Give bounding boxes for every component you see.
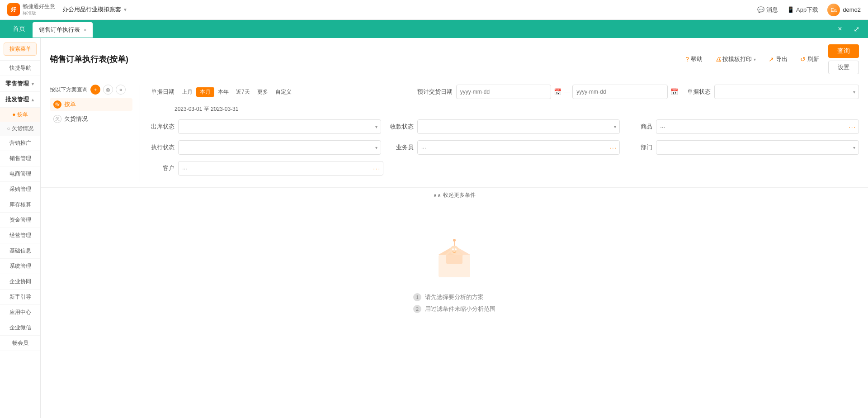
sidebar-item-corpwechat[interactable]: 企业微信 bbox=[0, 320, 40, 336]
sidebar-item-member[interactable]: 畅会员 bbox=[0, 336, 40, 351]
export-button[interactable]: ↗ 导出 bbox=[765, 53, 791, 65]
customer-dots[interactable]: ··· bbox=[373, 165, 381, 172]
sidebar-item-finance[interactable]: 资金管理 bbox=[0, 213, 40, 228]
collapse-arrow-icon: ∧∧ bbox=[433, 192, 441, 199]
logo-text-area: 畅捷通好生意 标准版 bbox=[23, 3, 55, 16]
refresh-label: 刷新 bbox=[807, 55, 819, 63]
help-icon: ? bbox=[685, 56, 689, 63]
workspace-selector[interactable]: 办公用品行业模拟账套 ▼ bbox=[59, 4, 131, 15]
sidebar-item-ecommerce[interactable]: 电商管理 bbox=[0, 166, 40, 182]
user-profile[interactable]: Ea demo2 bbox=[827, 4, 861, 16]
sidebar-item-operations[interactable]: 经营管理 bbox=[0, 228, 40, 243]
window-close-button[interactable]: × bbox=[834, 23, 846, 35]
query-buttons: 查询 设置 bbox=[828, 44, 859, 74]
print-dropdown-arrow[interactable]: ▾ bbox=[754, 57, 756, 62]
window-maximize-button[interactable]: ⤢ bbox=[850, 23, 863, 35]
collapse-scheme-button[interactable]: « bbox=[116, 85, 126, 95]
wholesale-arrow: ▲ bbox=[31, 97, 35, 102]
copy-scheme-button[interactable]: ◎ bbox=[103, 85, 113, 95]
ship-status-select[interactable] bbox=[178, 119, 381, 134]
payment-status-select[interactable] bbox=[417, 119, 620, 134]
main-layout: 搜索菜单 快捷导航 零售管理 ▼ 批发管理 ▲ ● 按单 ○ 欠货情况 bbox=[0, 38, 868, 418]
sidebar-item-appstore[interactable]: 应用中心 bbox=[0, 305, 40, 320]
expected-delivery-end[interactable] bbox=[572, 85, 667, 99]
scheme-inactive-icon: 欠 bbox=[53, 115, 61, 123]
export-label: 导出 bbox=[776, 55, 788, 63]
help-label: 帮助 bbox=[691, 55, 703, 63]
product-dots[interactable]: ··· bbox=[849, 124, 856, 130]
sidebar-item-basic[interactable]: 基础信息 bbox=[0, 243, 40, 259]
date-tab-custom[interactable]: 自定义 bbox=[272, 87, 295, 97]
empty-tip-2: 2 用过滤条件来缩小分析范围 bbox=[413, 305, 495, 313]
sidebar: 搜索菜单 快捷导航 零售管理 ▼ 批发管理 ▲ ● 按单 ○ 欠货情况 bbox=[0, 38, 41, 418]
tab-bar: 首页 销售订单执行表 × × ⤢ bbox=[0, 20, 868, 38]
salesperson-dots[interactable]: ··· bbox=[610, 144, 618, 151]
tab-bar-actions: × ⤢ bbox=[834, 23, 863, 35]
wholesale-sub-items: ● 按单 ○ 欠货情况 bbox=[0, 108, 40, 136]
scheme-active-icon: 按 bbox=[53, 100, 61, 109]
tab-active[interactable]: 销售订单执行表 × bbox=[33, 22, 93, 38]
sidebar-item-inventory[interactable]: 库存核算 bbox=[0, 197, 40, 213]
order-status-select[interactable] bbox=[714, 85, 859, 99]
empty-illustration bbox=[427, 230, 481, 284]
department-label: 部门 bbox=[627, 143, 652, 152]
filter-row-1: 单据日期 上月 本月 本年 近7天 更多 自定义 bbox=[149, 85, 859, 99]
department-select[interactable] bbox=[656, 140, 859, 155]
sidebar-sub-item-press[interactable]: ● 按单 bbox=[0, 108, 40, 122]
ship-status-label: 出库状态 bbox=[149, 123, 175, 131]
settings-button[interactable]: 设置 bbox=[828, 61, 859, 74]
sidebar-item-purchase[interactable]: 采购管理 bbox=[0, 182, 40, 197]
product-input[interactable] bbox=[656, 119, 859, 134]
svg-point-6 bbox=[455, 248, 457, 250]
exec-status-wrap: ▾ bbox=[178, 140, 381, 155]
salesperson-label: 业务员 bbox=[388, 143, 414, 152]
refresh-button[interactable]: ↺ 刷新 bbox=[797, 53, 823, 65]
add-scheme-button[interactable]: + bbox=[90, 85, 100, 95]
sidebar-item-enterprise[interactable]: 企业协同 bbox=[0, 274, 40, 290]
app-download-button[interactable]: 📱 App下载 bbox=[787, 6, 818, 14]
filter-panel: 按以下方案查询 + ◎ « 按 按单 欠 欠货情况 bbox=[41, 79, 868, 187]
collapse-bar[interactable]: ∧∧ 收起更多条件 bbox=[41, 187, 868, 203]
tab-home[interactable]: 首页 bbox=[5, 20, 33, 38]
app-logo-icon: 好 bbox=[7, 3, 20, 16]
date-tab-more[interactable]: 更多 bbox=[254, 87, 272, 97]
scheme-item-press[interactable]: 按 按单 bbox=[50, 98, 132, 111]
search-menu-button[interactable]: 搜索菜单 bbox=[4, 43, 37, 56]
message-button[interactable]: 💬 消息 bbox=[757, 6, 778, 14]
sidebar-item-marketing[interactable]: 营销推广 bbox=[0, 136, 40, 151]
sidebar-item-wholesale[interactable]: 批发管理 ▲ bbox=[0, 92, 40, 108]
date-range-display: 2023-03-01 至 2023-03-31 bbox=[149, 105, 859, 113]
date-tab-last-month[interactable]: 上月 bbox=[178, 87, 196, 97]
date-tab-this-year[interactable]: 本年 bbox=[214, 87, 232, 97]
salesperson-input[interactable] bbox=[417, 140, 620, 155]
sidebar-item-newbie[interactable]: 新手引导 bbox=[0, 290, 40, 305]
sidebar-item-sales[interactable]: 销售管理 bbox=[0, 151, 40, 166]
sidebar-item-retail[interactable]: 零售管理 ▼ bbox=[0, 76, 40, 92]
sidebar-item-system[interactable]: 系统管理 bbox=[0, 259, 40, 274]
scheme-item-debt[interactable]: 欠 欠货情况 bbox=[50, 113, 132, 125]
print-button[interactable]: 🖨 按模板打印 ▾ bbox=[712, 53, 760, 65]
date-tab-7days[interactable]: 近7天 bbox=[232, 87, 254, 97]
help-button[interactable]: ? 帮助 bbox=[682, 53, 706, 65]
expected-delivery-range: 📅 — 📅 bbox=[456, 85, 678, 99]
calendar-end-icon[interactable]: 📅 bbox=[670, 88, 678, 95]
customer-input[interactable] bbox=[178, 161, 383, 176]
tab-close-button[interactable]: × bbox=[84, 27, 86, 33]
date-tab-this-month[interactable]: 本月 bbox=[196, 87, 214, 97]
message-icon: 💬 bbox=[757, 6, 764, 13]
page-container: 销售订单执行表(按单) ? 帮助 🖨 按模板打印 ▾ ↗ 导出 bbox=[41, 38, 868, 418]
press-dot: ● bbox=[12, 111, 15, 118]
exec-status-select[interactable] bbox=[178, 140, 381, 155]
filter-scheme-panel: 按以下方案查询 + ◎ « 按 按单 欠 欠货情况 bbox=[50, 85, 140, 182]
sidebar-sub-item-debt[interactable]: ○ 欠货情况 bbox=[0, 122, 40, 136]
empty-tips: 1 请先选择要分析的方案 2 用过滤条件来缩小分析范围 bbox=[413, 293, 495, 313]
calendar-start-icon[interactable]: 📅 bbox=[554, 88, 561, 95]
salesperson-wrap: ··· bbox=[417, 140, 620, 155]
date-range-text: 2023-03-01 至 2023-03-31 bbox=[175, 105, 238, 113]
customer-label: 客户 bbox=[149, 164, 175, 172]
expected-delivery-start[interactable] bbox=[456, 85, 551, 99]
sidebar-item-shortcut[interactable]: 快捷导航 bbox=[0, 61, 40, 76]
header-right: 💬 消息 📱 App下载 Ea demo2 bbox=[757, 4, 861, 16]
expected-delivery-field: 预计交货日期 📅 — 📅 bbox=[417, 85, 678, 99]
query-button[interactable]: 查询 bbox=[828, 44, 859, 58]
